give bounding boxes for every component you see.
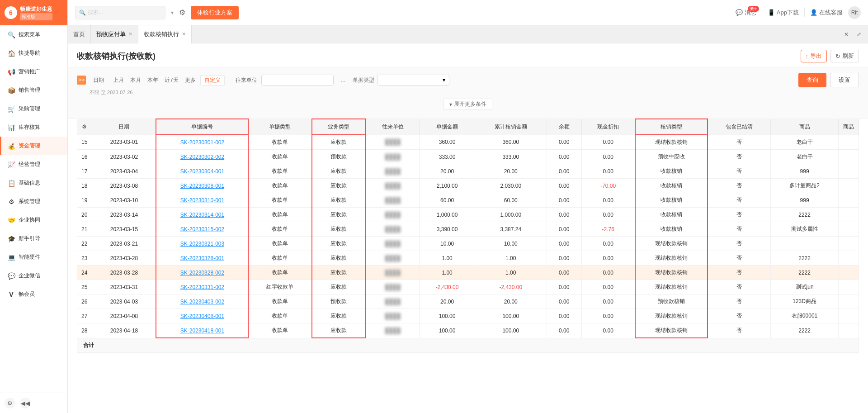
cell-verify-type: 收款核销 bbox=[635, 179, 708, 193]
doc-no-link[interactable]: SK-20230310-001 bbox=[180, 197, 224, 204]
cell-product: 999 bbox=[771, 164, 839, 179]
cell-product2 bbox=[839, 208, 859, 222]
topbar-chevron-icon[interactable]: ▾ bbox=[171, 9, 174, 16]
sidebar-item-quicknav[interactable]: 🏠 快捷导航 bbox=[0, 44, 67, 62]
doc-no-link[interactable]: SK-20230331-002 bbox=[180, 284, 224, 290]
doc-no-link[interactable]: SK-20230408-001 bbox=[180, 313, 224, 319]
doc-no-link[interactable]: SK-20230403-002 bbox=[180, 299, 224, 305]
date-last-month[interactable]: 上月 bbox=[111, 76, 126, 85]
topbar-search[interactable]: 🔍 搜索... bbox=[75, 6, 165, 19]
logo-icon: 6 bbox=[5, 6, 17, 19]
doc-no-link[interactable]: SK-20230328-002 bbox=[180, 270, 224, 276]
sidebar-item-inventory[interactable]: 📊 库存核算 bbox=[0, 118, 67, 137]
tab-receipt-close[interactable]: ✕ bbox=[182, 31, 186, 37]
sidebar-item-system[interactable]: ⚙ 系统管理 bbox=[0, 192, 67, 211]
sidebar-item-purchase[interactable]: 🛒 采购管理 bbox=[0, 100, 67, 118]
refresh-button[interactable]: ↻ 刷新 bbox=[830, 50, 859, 62]
cell-amount: 20.00 bbox=[420, 164, 475, 179]
filter-settings-button[interactable]: 设置 bbox=[830, 73, 859, 87]
tab-prepay[interactable]: 预收应付单 ✕ bbox=[91, 25, 138, 43]
col-product2: 商品 bbox=[839, 119, 859, 135]
doc-type-select[interactable]: ▾ bbox=[377, 75, 449, 85]
doc-no-link[interactable]: SK-20230308-001 bbox=[180, 183, 224, 189]
cell-num: 26 bbox=[77, 294, 92, 309]
cell-cum-amount: 20.00 bbox=[475, 294, 547, 309]
cell-date: 2023-03-14 bbox=[92, 208, 156, 222]
date-this-year[interactable]: 本年 bbox=[146, 76, 160, 85]
sidebar-item-finance[interactable]: 💰 资金管理 bbox=[0, 137, 67, 155]
doc-no-link[interactable]: SK-20230321-003 bbox=[180, 241, 224, 247]
date-more[interactable]: 更多 bbox=[183, 76, 198, 85]
col-include-settled: 包含已结清 bbox=[708, 119, 770, 135]
cell-date: 2023-04-03 bbox=[92, 294, 156, 309]
cell-verify-type: 收款核销 bbox=[635, 193, 708, 208]
expand-more-button[interactable]: ▾ 展开更多条件 bbox=[443, 99, 492, 110]
col-doc-no: 单据编号 bbox=[156, 119, 248, 135]
sidebar-item-hardware[interactable]: 💻 智能硬件 bbox=[0, 248, 67, 266]
cell-doc-type: 收款单 bbox=[248, 222, 311, 237]
date-custom-btn[interactable]: 自定义 bbox=[200, 75, 225, 85]
export-button[interactable]: ↑ 导出 bbox=[801, 50, 827, 62]
main-content: 🔍 搜索... ▾ ⚙ 体验行业方案 💬 消息 99+ 📱 App下载 👤 在线… bbox=[68, 0, 868, 413]
sidebar-item-basic[interactable]: 📋 基础信息 bbox=[0, 174, 67, 192]
doc-no-link[interactable]: SK-20230302-002 bbox=[180, 154, 224, 160]
doc-no-link[interactable]: SK-20230418-001 bbox=[180, 328, 224, 334]
operations-icon: 📈 bbox=[8, 161, 15, 168]
sidebar-item-search[interactable]: 🔍 搜索菜单 bbox=[0, 25, 67, 44]
table-row: 20 2023-03-14 SK-20230314-001 收款单 应收款 ██… bbox=[77, 208, 859, 222]
app-download-button[interactable]: 📱 App下载 bbox=[768, 9, 799, 17]
cell-cum-amount: 1,000.00 bbox=[475, 208, 547, 222]
sidebar-item-label: 快捷导航 bbox=[19, 49, 40, 57]
topbar-gear-icon[interactable]: ⚙ bbox=[179, 8, 185, 17]
tab-home[interactable]: 首页 bbox=[68, 25, 91, 43]
cell-include-settled: 否 bbox=[708, 323, 770, 338]
tab-prepay-close[interactable]: ✕ bbox=[128, 31, 132, 37]
cell-balance: 0.00 bbox=[547, 294, 581, 309]
service-button[interactable]: 👤 在线客服 bbox=[810, 9, 843, 17]
date-7days[interactable]: 近7天 bbox=[163, 76, 180, 85]
sidebar-item-wechat[interactable]: 💬 企业微信 bbox=[0, 266, 67, 285]
doc-no-link[interactable]: SK-20230314-001 bbox=[180, 212, 224, 218]
table-row: 26 2023-04-03 SK-20230403-002 收款单 预收款 ██… bbox=[77, 294, 859, 309]
doc-no-link[interactable]: SK-20230315-002 bbox=[180, 226, 224, 233]
table-row: 28 2023-04-18 SK-20230418-001 收款单 应收款 ██… bbox=[77, 323, 859, 338]
sidebar-item-enterprise[interactable]: 🤝 企业协同 bbox=[0, 211, 67, 229]
sidebar-item-sales[interactable]: 📦 销售管理 bbox=[0, 81, 67, 100]
cell-doc-type: 收款单 bbox=[248, 237, 311, 251]
user-avatar[interactable]: Rit bbox=[848, 6, 861, 19]
sidebar-item-member[interactable]: V 畅会员 bbox=[0, 285, 67, 304]
doc-no-link[interactable]: SK-20230304-001 bbox=[180, 168, 224, 175]
cell-verify-type: 现结收款核销 bbox=[635, 135, 708, 150]
col-settings[interactable]: ⚙ bbox=[77, 119, 92, 135]
partner-input[interactable] bbox=[261, 75, 334, 85]
doc-no-link[interactable]: SK-20230301-002 bbox=[180, 139, 224, 146]
solution-button[interactable]: 体验行业方案 bbox=[191, 6, 239, 19]
filter-expand-button[interactable]: >> bbox=[77, 76, 86, 85]
sidebar-item-operations[interactable]: 📈 经营管理 bbox=[0, 155, 67, 174]
cell-product bbox=[771, 237, 839, 251]
sidebar-logo: 6 畅康道好生意 标准版 bbox=[0, 0, 67, 25]
cell-doc-no: SK-20230328-001 bbox=[156, 251, 248, 266]
sidebar-item-marketing[interactable]: 📢 营销推广 bbox=[0, 62, 67, 81]
query-button[interactable]: 查询 bbox=[798, 73, 826, 87]
cell-partner: ████ bbox=[366, 294, 420, 309]
tab-close-all-icon[interactable]: ✕ bbox=[841, 29, 852, 40]
message-button[interactable]: 💬 消息 99+ bbox=[736, 9, 756, 17]
table-row: 16 2023-03-02 SK-20230302-002 收款单 预收款 ██… bbox=[77, 150, 859, 164]
hardware-icon: 💻 bbox=[8, 254, 15, 261]
tab-receipt[interactable]: 收款核销执行 ✕ bbox=[138, 25, 192, 43]
date-this-month[interactable]: 本月 bbox=[128, 76, 143, 85]
settings-bottom-icon[interactable]: ⚙ bbox=[5, 398, 15, 408]
cell-include-settled: 否 bbox=[708, 179, 770, 193]
cell-balance: 0.00 bbox=[547, 280, 581, 294]
cell-verify-type: 现结收款核销 bbox=[635, 266, 708, 280]
tab-expand-icon[interactable]: ⤢ bbox=[854, 29, 864, 40]
cell-cum-amount: 10.00 bbox=[475, 237, 547, 251]
collapse-icon[interactable]: ◀◀ bbox=[20, 398, 31, 408]
sidebar-item-guide[interactable]: 🎓 新手引导 bbox=[0, 229, 67, 248]
cell-biz-type: 应收款 bbox=[312, 237, 366, 251]
doc-no-link[interactable]: SK-20230328-001 bbox=[180, 255, 224, 261]
tabbar: 首页 预收应付单 ✕ 收款核销执行 ✕ ✕ ⤢ bbox=[68, 25, 868, 43]
cell-product2 bbox=[839, 135, 859, 150]
cell-product2 bbox=[839, 150, 859, 164]
